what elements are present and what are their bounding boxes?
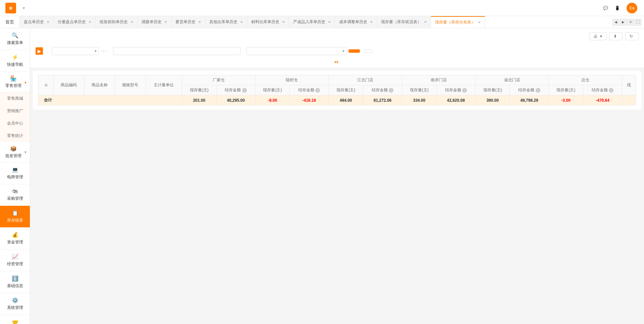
tab-home[interactable]: 首页: [0, 16, 20, 28]
tab-close-icon[interactable]: ✕: [328, 20, 331, 24]
tab-close-icon[interactable]: ✕: [370, 20, 373, 24]
warehouse-select-wrapper: [52, 47, 99, 55]
export-button[interactable]: ⬇: [609, 32, 623, 40]
export-icon: ⬇: [613, 34, 617, 39]
tab-stock-status[interactable]: 现存量（库存状况表） ✕: [377, 16, 431, 28]
sidebar-item-inventory[interactable]: 📋 库存核算: [0, 206, 30, 228]
nangang-header: 南岸门店: [402, 75, 475, 85]
refresh-icon: ↻: [630, 34, 633, 39]
tab-material-outbound[interactable]: 材料出库单历史 ✕: [247, 16, 289, 28]
tab-close-icon[interactable]: ✕: [130, 20, 133, 24]
tab-close-active-icon[interactable]: ✕: [478, 20, 481, 24]
query-button[interactable]: [348, 49, 360, 53]
table-settings-icon[interactable]: ⚙: [41, 81, 51, 90]
top-right: 💬 📱 Ea: [603, 3, 639, 13]
tab-transfer-history[interactable]: 调拨单历史 ✕: [138, 16, 171, 28]
expand-more-btn[interactable]: ▾▾: [334, 60, 340, 64]
na-info-icon[interactable]: i: [462, 88, 467, 93]
sidebar-item-shortcuts[interactable]: ⚡ 快捷导航: [0, 50, 30, 72]
tab-stock-distribution[interactable]: 现存量（库存分布表） ✕: [431, 16, 485, 28]
sum-yb-qty: 390.00: [475, 95, 510, 105]
spec-col-header: 规格型号: [115, 75, 146, 95]
jb-amt-header: 结存金额 i: [363, 85, 402, 95]
color-select[interactable]: [247, 47, 347, 55]
sum-yb-amt: 49,798.29: [510, 95, 549, 105]
warehouse-dots[interactable]: ···: [101, 48, 107, 54]
settings-button[interactable]: [364, 49, 373, 53]
tab-product-inbound[interactable]: 产成品入库单历史 ✕: [289, 16, 335, 28]
sidebar-item-retail-stats[interactable]: 零售统计: [0, 130, 30, 142]
sidebar-item-member[interactable]: 会员中心: [0, 117, 30, 130]
tab-expand-btn[interactable]: ⛶: [635, 19, 641, 26]
main-layout: 🔍 搜索英单 ⚡ 快捷导航 🏪 零售管理 ▲ 零售商城 营销推广 会员中心 零售…: [0, 28, 644, 324]
sidebar-item-finance[interactable]: 💰 资金管理: [0, 228, 30, 249]
svg-text:标: 标: [9, 6, 13, 10]
sidebar-item-management[interactable]: 📈 经营管理: [0, 249, 30, 271]
tab-close-icon[interactable]: ✕: [282, 20, 285, 24]
settings-col-header: ⚙: [39, 75, 54, 95]
page-title-row: 🖨 ▾ ⬇ ↻: [36, 32, 639, 40]
tab-next-btn[interactable]: ▶: [620, 19, 627, 26]
goods-filter: [111, 47, 240, 55]
tab-close-icon[interactable]: ✕: [47, 20, 49, 24]
sidebar-item-marketing[interactable]: 营销推广: [0, 105, 30, 117]
color-filter: [245, 47, 344, 55]
code-col-header: 商品编码: [54, 75, 85, 95]
summary-label: 合计: [39, 95, 182, 105]
tab-cost-adjust[interactable]: 成本调整单历史 ✕: [335, 16, 377, 28]
tab-portion-history[interactable]: 分量盘点单历史 ✕: [54, 16, 96, 28]
sidebar-item-wholesale[interactable]: 📦 批发管理 ▼: [0, 142, 30, 163]
tab-close-icon[interactable]: ✕: [89, 20, 91, 24]
tab-close-icon[interactable]: ✕: [198, 20, 201, 24]
sidebar-item-ecommerce[interactable]: 💻 电商管理: [0, 163, 30, 184]
tab-order-history[interactable]: 要货单历史 ✕: [171, 16, 205, 28]
sidebar-item-retail-store[interactable]: 零售商城: [0, 92, 30, 105]
sidebar-item-retail[interactable]: 🏪 零售管理 ▲: [0, 72, 30, 92]
fac-qty-header: 现存量(主): [182, 85, 216, 95]
sidebar-item-basic-info[interactable]: ℹ️ 基础信息: [0, 271, 30, 293]
page-header: 🖨 ▾ ⬇ ↻ ▶: [30, 28, 644, 68]
inventory-icon: 📋: [3, 210, 27, 216]
sum-tot-amt: -470.64: [583, 95, 622, 105]
yb-info-icon[interactable]: i: [536, 88, 540, 93]
tab-close-icon[interactable]: ✕: [240, 20, 243, 24]
tab-outbound-history[interactable]: 其他出库单历史 ✕: [205, 16, 247, 28]
message-icon: 💬: [603, 6, 608, 10]
print-button[interactable]: 🖨 ▾: [589, 32, 606, 40]
tab-close-icon[interactable]: ✕: [424, 20, 427, 24]
app-download-btn[interactable]: 📱: [615, 6, 621, 10]
warehouse-input[interactable]: [52, 47, 99, 55]
sidebar-item-search[interactable]: 🔍 搜索英单: [0, 28, 30, 50]
chevron-up-icon: ▲: [24, 80, 27, 84]
name-col-header: 商品名称: [84, 75, 115, 95]
fac-info-icon[interactable]: i: [242, 88, 247, 93]
subtitle-dropdown[interactable]: ▾: [23, 6, 25, 10]
tab-close-all-btn[interactable]: ✕: [627, 19, 634, 26]
table-container: ⚙ 商品编码 商品名称 规格型号 主计量单位 厂家仓 陆村仓 江北门店 南岸门店…: [33, 71, 641, 109]
expand-arrow-btn[interactable]: ▶: [36, 47, 43, 55]
tot-info-icon[interactable]: i: [609, 88, 613, 93]
logo-area: 标 ▾: [5, 3, 25, 13]
sum-land-qty: -8.00: [255, 95, 290, 105]
store-icon: 🏪: [10, 75, 17, 82]
finance-icon: 💰: [3, 232, 27, 238]
chevron-down-icon: ▼: [24, 150, 27, 154]
messages-btn[interactable]: 💬: [603, 6, 609, 10]
tab-close-icon[interactable]: ✕: [164, 20, 167, 24]
ecommerce-icon: 💻: [3, 167, 27, 173]
color-select-wrapper: [247, 47, 344, 55]
jb-info-icon[interactable]: i: [389, 88, 393, 93]
land-info-icon[interactable]: i: [315, 88, 320, 93]
sidebar-item-purchase[interactable]: 🛍 采购管理: [0, 184, 30, 206]
tab-assembly-history[interactable]: 组装拆卸单历史 ✕: [96, 16, 138, 28]
purchase-icon: 🛍: [3, 188, 27, 194]
factory-wh-header: 厂家仓: [182, 75, 255, 85]
sidebar-item-system[interactable]: ⚙️ 系统管理: [0, 293, 30, 315]
sidebar-item-enterprise[interactable]: 🤝 企业协同: [0, 315, 30, 324]
user-area[interactable]: Ea: [627, 3, 639, 13]
goods-input[interactable]: [113, 47, 240, 55]
search-icon: 🔍: [3, 32, 27, 39]
refresh-button[interactable]: ↻: [625, 32, 639, 40]
tab-inventory-history[interactable]: 盘点单历史 ✕: [20, 16, 54, 28]
tab-prev-btn[interactable]: ◀: [612, 19, 619, 26]
